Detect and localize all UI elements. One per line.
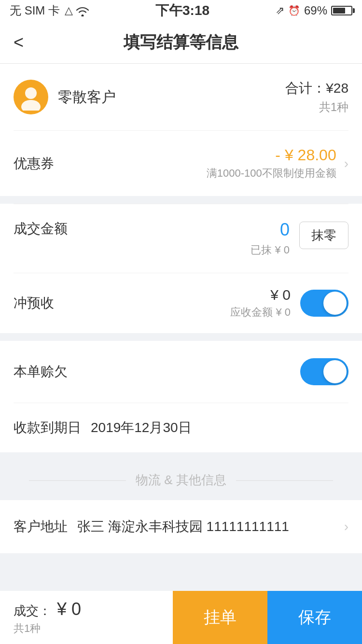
coupon-right: - ¥ 28.00 满1000-100不限制使用金额 › (207, 146, 348, 181)
logistics-label: 物流 & 其他信息 (136, 473, 226, 487)
prepaid-toggle[interactable] (300, 290, 348, 317)
customer-total: 合计：¥28 (285, 79, 348, 98)
status-bar: 无 SIM 卡 △️ 下午3:18 ⇗ ⏰ 69% (0, 0, 362, 21)
bottom-count: 共1种 (14, 621, 159, 636)
address-row[interactable]: 客户地址 张三 海淀永丰科技园 11111111111 › (14, 500, 348, 553)
logistics-header: 物流 & 其他信息 (0, 460, 362, 500)
coupon-desc: 满1000-100不限制使用金额 (207, 166, 336, 181)
customer-section: 零散客户 合计：¥28 共1种 (0, 64, 362, 130)
avatar (14, 80, 48, 114)
debt-toggle-knob (323, 360, 347, 383)
transaction-right: 0 已抹 ¥ 0 抹零 (251, 220, 348, 257)
prepaid-values: ¥ 0 应收金额 ¥ 0 (230, 287, 291, 320)
nav-bar: < 填写结算等信息 (0, 21, 362, 64)
prepaid-sub: 应收金额 ¥ 0 (230, 305, 291, 320)
bottom-summary: 成交： ¥ 0 共1种 (0, 599, 173, 636)
transaction-value: 0 (251, 220, 290, 240)
coupon-section: 优惠券 - ¥ 28.00 满1000-100不限制使用金额 › (0, 130, 362, 196)
page-title: 填写结算等信息 (124, 31, 238, 54)
battery-percent: 69% (304, 4, 327, 17)
address-chevron-icon: › (344, 519, 348, 534)
prepaid-right: ¥ 0 应收金额 ¥ 0 (230, 287, 348, 320)
prepaid-label: 冲预收 (14, 294, 54, 312)
bottom-label: 成交： (14, 602, 51, 619)
save-button[interactable]: 保存 (267, 591, 362, 644)
round-zero-button[interactable]: 抹零 (299, 222, 348, 249)
debt-label: 本单赊欠 (14, 363, 68, 381)
divider-3 (0, 452, 362, 460)
coupon-value-block: - ¥ 28.00 满1000-100不限制使用金额 (207, 146, 336, 181)
svg-point-1 (21, 100, 41, 111)
status-left: 无 SIM 卡 △️ (10, 3, 89, 18)
customer-name: 零散客户 (58, 87, 116, 107)
due-date-label: 收款到期日 (14, 419, 81, 437)
location-icon: ⇗ (276, 4, 284, 17)
transaction-section: 成交金额 0 已抹 ¥ 0 抹零 冲预收 ¥ 0 应收金额 ¥ 0 (0, 204, 362, 333)
bottom-summary-top: 成交： ¥ 0 (14, 599, 159, 619)
status-right: ⇗ ⏰ 69% (276, 4, 352, 17)
coupon-row[interactable]: 优惠券 - ¥ 28.00 满1000-100不限制使用金额 › (14, 130, 348, 196)
pending-button[interactable]: 挂单 (173, 591, 267, 644)
svg-point-0 (25, 87, 37, 99)
customer-row: 零散客户 合计：¥28 共1种 (14, 64, 348, 130)
coupon-discount: - ¥ 28.00 (207, 146, 336, 164)
transaction-value-block: 0 已抹 ¥ 0 (251, 220, 290, 257)
toggle-knob (323, 292, 347, 315)
due-date-value: 2019年12月30日 (91, 419, 192, 437)
address-value: 张三 海淀永丰科技园 11111111111 (77, 518, 344, 536)
time-display: 下午3:18 (155, 1, 209, 20)
prepaid-amount: ¥ 0 (230, 287, 291, 303)
customer-right: 合计：¥28 共1种 (285, 79, 348, 115)
customer-left: 零散客户 (14, 80, 116, 114)
prepaid-row: 冲预收 ¥ 0 应收金额 ¥ 0 (14, 273, 348, 333)
transaction-label: 成交金额 (14, 220, 68, 238)
wifi-icon: △️ (65, 4, 89, 17)
debt-toggle[interactable] (300, 358, 348, 385)
back-button[interactable]: < (14, 32, 24, 53)
transaction-sub: 已抹 ¥ 0 (251, 243, 290, 257)
divider-2 (0, 333, 362, 341)
customer-count: 共1种 (285, 99, 348, 115)
carrier-text: 无 SIM 卡 (10, 3, 60, 18)
transaction-row: 成交金额 0 已抹 ¥ 0 抹零 (14, 204, 348, 273)
due-date-row: 收款到期日 2019年12月30日 (14, 403, 348, 452)
bottom-bar: 成交： ¥ 0 共1种 挂单 保存 (0, 591, 362, 644)
coupon-label: 优惠券 (14, 154, 54, 173)
debt-row: 本单赊欠 (14, 341, 348, 403)
address-section: 客户地址 张三 海淀永丰科技园 11111111111 › (0, 500, 362, 553)
divider-1 (0, 196, 362, 204)
bottom-amount: ¥ 0 (57, 599, 81, 619)
address-label: 客户地址 (14, 518, 68, 536)
battery-icon (331, 6, 352, 15)
alarm-icon: ⏰ (288, 5, 300, 16)
debt-section: 本单赊欠 收款到期日 2019年12月30日 (0, 341, 362, 452)
logistics-text-wrapper: 物流 & 其他信息 (126, 472, 236, 489)
chevron-right-icon: › (344, 156, 348, 171)
